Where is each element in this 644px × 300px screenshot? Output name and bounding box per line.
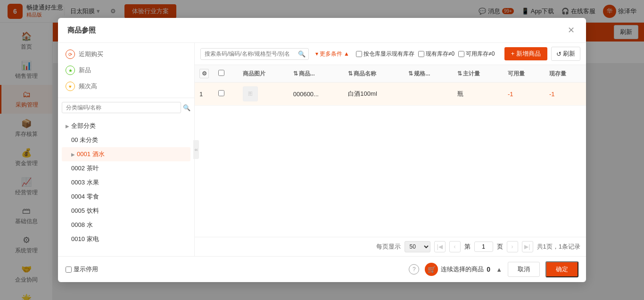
footer-collapse-button[interactable]: ▲ [496,266,502,273]
sort-icon-unit: ⇅ [457,70,462,77]
product-search-input[interactable] [201,49,295,59]
add-product-button[interactable]: + 新增商品 [504,47,547,60]
th-checkbox [214,65,238,83]
freq-icon: ♥ [66,82,75,91]
sort-icon-spec: ⇅ [408,70,413,77]
cat-item-0002[interactable]: 0002 茶叶 [62,161,190,175]
th-settings: ⚙ [195,65,214,83]
th-image: 商品图片 [238,65,289,83]
modal-overlay: 商品参照 ✕ ⟳ 近期购买 ★ 新品 ♥ 频次高 [0,0,644,300]
td-image: 图 [238,83,289,106]
th-name-sort[interactable]: ⇅ 商品名称 [348,70,399,78]
filter-icon: ▾ [315,50,318,57]
th-stock-sort[interactable]: 现存量 [549,70,581,78]
cat-item-00[interactable]: 00 未分类 [62,133,190,147]
cat-item-0003[interactable]: 0003 水果 [62,175,190,190]
th-code-sort[interactable]: ⇅ 商品... [293,70,339,78]
td-name: 白酒100ml [343,83,404,106]
select-all-checkbox[interactable] [218,70,224,76]
left-nav-freq[interactable]: ♥ 频次高 [62,79,190,94]
modal: 商品参照 ✕ ⟳ 近期购买 ★ 新品 ♥ 频次高 [58,18,586,282]
warehouse-stock-checkbox[interactable] [356,51,362,57]
checkbox-available-stock[interactable]: 可用库存≠0 [458,50,495,58]
page-label: 第 [464,242,471,251]
cat-item-0005[interactable]: 0005 饮料 [62,204,190,218]
td-unit: 瓶 [453,83,503,106]
cat-search-icon[interactable]: 🔍 [183,104,190,111]
confirm-button[interactable]: 确定 [545,261,578,277]
category-search: 🔍 [58,98,194,117]
cancel-button[interactable]: 取消 [508,262,540,277]
left-nav: ⟳ 近期购买 ★ 新品 ♥ 频次高 [58,43,194,98]
th-stock: 现存量 [545,65,586,83]
left-nav-new[interactable]: ★ 新品 [62,63,190,78]
th-spec-sort[interactable]: ⇅ 规格... [408,70,448,78]
panel-collapse-button[interactable]: ‹‹ [193,140,199,159]
td-spec [404,83,453,106]
show-disabled-checkbox[interactable] [66,267,72,273]
refresh-icon: ↺ [556,50,561,58]
first-page-button[interactable]: |◀ [434,241,446,252]
modal-left-panel: ⟳ 近期购买 ★ 新品 ♥ 频次高 ‹‹ 🔍 [58,43,195,256]
pagination-bar: 每页显示 50 10 20 100 |◀ ‹ 第 页 › ▶| 共1页，1条记录 [195,237,586,256]
show-disabled-checkbox-wrap[interactable]: 显示停用 [66,265,98,274]
prev-page-button[interactable]: ‹ [449,241,461,252]
checkbox-warehouse-stock[interactable]: 按仓库显示现有库存 [356,50,414,58]
modal-body: ⟳ 近期购买 ★ 新品 ♥ 频次高 ‹‹ 🔍 [58,43,586,256]
sort-icon-name: ⇅ [348,70,353,77]
cat-search-input[interactable] [62,102,181,113]
table-row[interactable]: 1 图 000600... 白酒100ml 瓶 -1 -1 [195,83,586,106]
search-icon[interactable]: 🔍 [295,49,308,59]
cat-item-0008[interactable]: 0008 水 [62,218,190,232]
cart-area[interactable]: 🛒 连续选择的商品 0 [425,263,490,276]
checkbox-current-stock[interactable]: 现有库存≠0 [418,50,454,58]
per-page-label: 每页显示 [376,242,401,251]
per-page-select[interactable]: 50 10 20 100 [405,241,430,252]
column-settings-icon[interactable]: ⚙ [199,69,209,78]
recent-icon: ⟳ [66,50,75,59]
cat-item-0001[interactable]: ▶ 0001 酒水 [62,147,190,161]
filter-more-button[interactable]: ▾ 更多条件 ▲ [313,48,352,60]
sort-icon-code: ⇅ [293,70,298,77]
th-unit-sort[interactable]: ⇅ 主计量 [457,70,498,78]
td-code: 000600... [289,83,344,106]
row-checkbox[interactable] [218,90,224,96]
current-stock-checkbox[interactable] [418,51,424,57]
modal-right-panel: 🔍 ▾ 更多条件 ▲ 按仓库显示现有库存 现有库存≠0 [195,43,586,256]
product-table-wrap: ⚙ 商品图片 ⇅ [195,65,586,237]
last-page-button[interactable]: ▶| [522,241,533,252]
modal-title: 商品参照 [67,26,96,35]
modal-footer: 显示停用 ? 🛒 连续选择的商品 0 ▲ 取消 确定 [58,256,586,282]
category-list: ▶ 全部分类 00 未分类 ▶ 0001 酒水 0002 茶叶 0003 水果 [58,117,194,256]
modal-toolbar: 🔍 ▾ 更多条件 ▲ 按仓库显示现有库存 现有库存≠0 [195,43,586,65]
next-page-button[interactable]: › [507,241,518,252]
modal-close-button[interactable]: ✕ [565,25,577,36]
left-nav-recent[interactable]: ⟳ 近期购买 [62,47,190,62]
cart-label: 连续选择的商品 [441,265,484,274]
table-refresh-button[interactable]: ↺ 刷新 [551,47,580,61]
filter-arrow-icon: ▲ [344,50,349,57]
cart-icon: 🛒 [425,263,438,276]
product-table: ⚙ 商品图片 ⇅ [195,65,586,106]
available-stock-checkbox[interactable] [458,51,464,57]
cat-item-0010[interactable]: 0010 家电 [62,232,190,246]
new-icon: ★ [66,66,75,75]
cat-item-all[interactable]: ▶ 全部分类 [62,119,190,133]
page-label-end: 页 [497,242,503,251]
td-checkbox [214,83,238,106]
page-total: 共1页，1条记录 [537,242,580,251]
th-available-sort[interactable]: 可用量 [508,70,540,78]
product-thumbnail: 图 [243,86,258,101]
th-image-sort[interactable]: 商品图片 [243,70,284,78]
th-available: 可用量 [503,65,545,83]
help-icon[interactable]: ? [409,264,419,275]
page-input[interactable] [474,242,493,252]
th-spec: ⇅ 规格... [404,65,453,83]
footer-right: ? 🛒 连续选择的商品 0 ▲ 取消 确定 [409,261,578,277]
product-search-bar: 🔍 [200,48,309,60]
cat-arrow-icon: ▶ [66,124,69,129]
th-unit: ⇅ 主计量 [453,65,503,83]
cart-count: 0 [487,266,490,273]
cat-arrow-0001-icon: ▶ [71,152,75,157]
cat-item-0004[interactable]: 0004 零食 [62,190,190,204]
